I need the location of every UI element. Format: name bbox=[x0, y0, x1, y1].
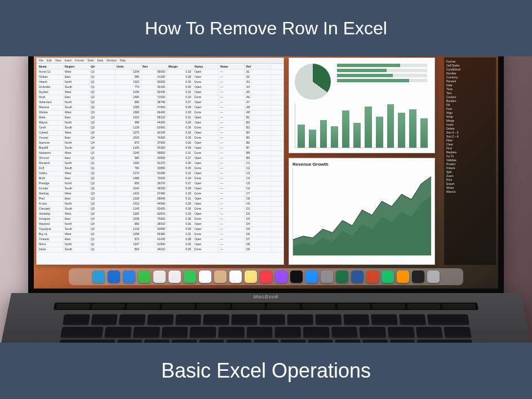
table-row[interactable]: UmbrellaSouthQ1774331000.25Open—A4 bbox=[38, 85, 282, 90]
side-panel-item[interactable]: Align bbox=[446, 111, 494, 115]
side-panel-item[interactable]: Time bbox=[446, 87, 494, 91]
mail-icon[interactable] bbox=[123, 271, 135, 283]
side-panel-item[interactable]: Number bbox=[446, 72, 494, 76]
contacts-icon[interactable] bbox=[214, 271, 227, 283]
table-row[interactable]: InitechNorthQ11322602500.30Done—A3 bbox=[38, 80, 282, 85]
side-panel-item[interactable]: Delete bbox=[446, 127, 494, 131]
table-row[interactable]: YoyodyneSouthQ41118509500.29Open—D5 bbox=[38, 227, 282, 232]
table-row[interactable]: DuffSouthQ1790338500.25Done—C2 bbox=[38, 166, 282, 171]
side-panel-item[interactable]: Percent bbox=[446, 79, 494, 83]
menu-item[interactable]: Data bbox=[97, 59, 103, 63]
table-row[interactable]: BluthEastQ21488726300.34Done—C4 bbox=[38, 176, 282, 181]
menu-item[interactable]: Format bbox=[75, 59, 84, 63]
table-row[interactable]: PrestigeNorthQ2905393700.27Open—C5 bbox=[38, 181, 282, 187]
table-row[interactable]: WonkaWestQ31390664200.33Done—A9 bbox=[38, 110, 282, 116]
table-row[interactable]: KrustyNorthQ31012449600.28Open—C9 bbox=[38, 202, 282, 207]
table-row[interactable]: GekkoWestQ21170532800.31Open—C3 bbox=[38, 171, 282, 176]
side-panel-item[interactable]: Text bbox=[446, 91, 494, 95]
table-row[interactable]: OceanicEastQ1973414300.28Open—D7 bbox=[38, 237, 282, 242]
table-row[interactable]: CyberdWestQ41275601400.32Open—B4 bbox=[38, 131, 282, 136]
music-icon[interactable] bbox=[260, 271, 272, 283]
app-menubar[interactable]: FileEditViewInsertFormatToolsDataWindowH… bbox=[37, 58, 283, 64]
side-panel-item[interactable]: Fill bbox=[446, 103, 494, 107]
reminders-icon[interactable] bbox=[229, 271, 242, 283]
facetime-icon[interactable] bbox=[184, 271, 196, 283]
touch-bar[interactable] bbox=[54, 303, 478, 310]
table-row[interactable]: SoylentWestQ21150524300.31Open—A5 bbox=[38, 90, 282, 95]
side-panel-item[interactable]: Validate bbox=[446, 158, 494, 162]
menu-item[interactable]: Insert bbox=[64, 59, 72, 63]
table-row[interactable]: Buy nLWestQ11258593800.31Done—D6 bbox=[38, 232, 282, 237]
side-panel-item[interactable]: Protect bbox=[446, 162, 494, 166]
terminal-icon[interactable] bbox=[412, 271, 424, 283]
side-panel-item[interactable]: Find bbox=[446, 147, 494, 150]
spreadsheet-grid[interactable]: NameRegionQtrUnitsRevMarginStatusNotesRe… bbox=[37, 64, 283, 254]
table-row[interactable]: GlobexEastQ1980412000.28Open—A2 bbox=[38, 75, 282, 80]
messages-icon[interactable] bbox=[138, 271, 150, 283]
table-row[interactable]: DelosSouthQ1802342100.25Done—D9 bbox=[38, 247, 282, 252]
notes-icon[interactable] bbox=[245, 271, 257, 283]
side-panel-item[interactable]: Cell Styles bbox=[446, 64, 494, 68]
side-panel-item[interactable]: Filter bbox=[446, 139, 494, 143]
side-panel-item[interactable]: Macros bbox=[446, 190, 494, 194]
table-row[interactable]: MassiveSouthQ21025476000.29Open—A8 bbox=[38, 105, 282, 110]
tv-icon[interactable] bbox=[290, 271, 303, 283]
side-panel-item[interactable]: Conditional bbox=[446, 68, 494, 72]
table-row[interactable]: ClampettSouthQ31145534200.30Done—D1 bbox=[38, 207, 282, 212]
menu-item[interactable]: Edit bbox=[47, 59, 52, 63]
side-panel-item[interactable]: Date bbox=[446, 83, 494, 87]
table-row[interactable]: TyrellSouthQ31130529000.30Done—B3 bbox=[38, 126, 282, 131]
powerpoint-icon[interactable] bbox=[366, 271, 379, 283]
side-panel-item[interactable]: Custom bbox=[446, 95, 494, 99]
appstore-icon[interactable] bbox=[305, 271, 318, 283]
side-panel-item[interactable]: Font bbox=[446, 107, 494, 111]
table-row[interactable]: BlackMSouthQ41100503200.29Open—B7 bbox=[38, 146, 282, 151]
side-panel-item[interactable]: Insert bbox=[446, 123, 494, 127]
table-row[interactable]: StarkEastQ31210581100.31Open—B1 bbox=[38, 116, 282, 121]
side-panel-item[interactable]: Clear bbox=[446, 143, 494, 147]
table-row[interactable]: OscorpEastQ41510742600.35Done—B5 bbox=[38, 136, 282, 141]
side-panel-item[interactable]: Freeze bbox=[446, 166, 494, 170]
table-row[interactable]: HooliEastQ21460710200.34Done—A6 bbox=[38, 95, 282, 100]
calendar-icon[interactable] bbox=[199, 271, 211, 283]
table-row[interactable]: Acme CoWestQ11204589300.32Open—A1 bbox=[38, 70, 282, 75]
numbers-icon[interactable] bbox=[382, 271, 394, 283]
podcasts-icon[interactable] bbox=[275, 271, 287, 283]
side-panel-item[interactable]: Replace bbox=[446, 150, 494, 154]
side-panel-item[interactable]: Print bbox=[446, 178, 494, 182]
side-panel-item[interactable]: Go To bbox=[446, 154, 494, 158]
pages-icon[interactable] bbox=[397, 271, 409, 283]
menu-item[interactable]: Window bbox=[107, 59, 117, 63]
side-panel-item[interactable]: Format bbox=[446, 60, 494, 64]
table-row[interactable]: GringottsEastQ41535754200.35Done—D3 bbox=[38, 217, 282, 222]
table-row[interactable]: SterlingWestQ31415674800.33Done—C7 bbox=[38, 192, 282, 197]
menu-item[interactable]: Tools bbox=[87, 59, 94, 63]
maps-icon[interactable] bbox=[153, 271, 166, 283]
excel-icon[interactable] bbox=[336, 271, 348, 283]
table-row[interactable]: VirtuconEastQ1960409000.27Open—B9 bbox=[38, 156, 282, 161]
table-row[interactable]: DunderSouthQ21044482500.29Open—C6 bbox=[38, 187, 282, 192]
table-row[interactable]: VandelayWestQ41292609100.32Open—D2 bbox=[38, 212, 282, 217]
table-row[interactable]: SiriusNorthQ11347618400.30Open—D8 bbox=[38, 242, 282, 247]
safari-icon[interactable] bbox=[108, 271, 120, 283]
word-icon[interactable] bbox=[351, 271, 363, 283]
side-panel-item[interactable]: Sort A→Z bbox=[446, 131, 494, 135]
menu-item[interactable]: View bbox=[55, 59, 61, 63]
table-row[interactable]: PiedEastQ31228589400.31Open—C8 bbox=[38, 197, 282, 202]
table-row[interactable]: WeylandNorthQ4882380100.26Open—D4 bbox=[38, 222, 282, 227]
table-row[interactable]: MonarchNorthQ11330612700.30Open—C1 bbox=[38, 161, 282, 166]
table-row[interactable]: ApertureNorthQ4870376500.26Open—B6 bbox=[38, 141, 282, 146]
side-panel-item[interactable]: Export bbox=[446, 182, 494, 186]
side-panel-item[interactable]: Share bbox=[446, 186, 494, 190]
side-panel-item[interactable]: Split bbox=[446, 170, 494, 174]
dock[interactable] bbox=[69, 268, 463, 285]
finder-icon[interactable] bbox=[92, 271, 105, 283]
table-row[interactable]: VehementNorthQ2890387400.27Open—A7 bbox=[38, 100, 282, 105]
keyboard[interactable] bbox=[55, 314, 478, 343]
photos-icon[interactable] bbox=[169, 271, 181, 283]
trash-icon[interactable] bbox=[427, 271, 440, 283]
side-panel-item[interactable]: Currency bbox=[446, 76, 494, 79]
side-panel-item[interactable]: Borders bbox=[446, 99, 494, 103]
side-panel-item[interactable]: Sort Z→A bbox=[446, 135, 494, 139]
menu-item[interactable]: Help bbox=[120, 59, 126, 63]
